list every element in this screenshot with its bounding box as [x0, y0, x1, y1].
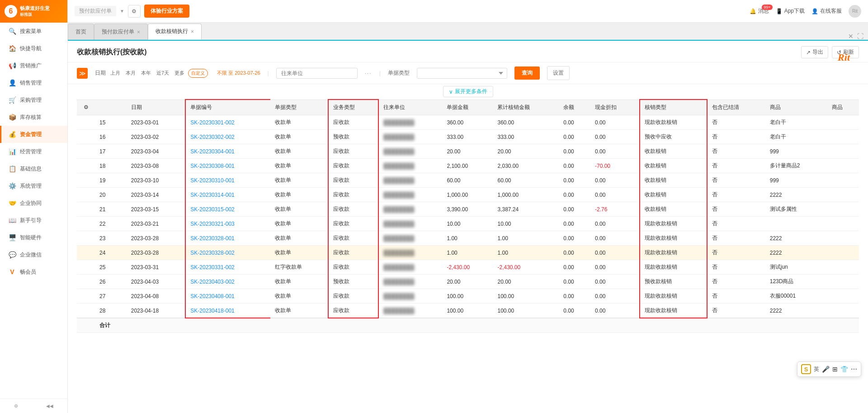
sidebar-item-inventory[interactable]: 📦 库存核算: [0, 109, 67, 126]
col-counterpart: 往来单位: [378, 100, 442, 115]
sidebar-item-quicknav[interactable]: 🏠 快捷导航: [0, 40, 67, 57]
table-cell: [77, 260, 95, 275]
doc-no-link[interactable]: SK-20230315-002: [190, 206, 234, 213]
doc-no-link[interactable]: SK-20230302-002: [190, 134, 234, 140]
table-cell: 否: [707, 217, 765, 231]
doc-no-link[interactable]: SK-20230310-001: [190, 177, 234, 184]
table-cell: 否: [707, 246, 765, 260]
doc-no-link[interactable]: SK-20230304-001: [190, 148, 234, 155]
table-cell: ████████: [378, 246, 442, 260]
doc-no-link[interactable]: SK-20230328-002: [190, 250, 234, 256]
doc-type-select[interactable]: [417, 68, 507, 79]
sidebar-item-search[interactable]: 🔍 搜索菜单: [0, 23, 67, 40]
sidebar-item-hardware[interactable]: 🖥️ 智能硬件: [0, 229, 67, 246]
doc-no-link[interactable]: SK-20230403-002: [190, 279, 234, 285]
sidebar-item-basic-info[interactable]: 📋 基础信息: [0, 160, 67, 177]
sidebar-item-operations[interactable]: 📊 经营管理: [0, 143, 67, 160]
export-button[interactable]: ↗ 导出: [801, 46, 828, 58]
table-cell[interactable]: SK-20230328-002: [185, 246, 270, 260]
last-month-btn[interactable]: 上月: [108, 69, 122, 78]
table-cell: 收款单: [270, 130, 328, 144]
doc-no-link[interactable]: SK-20230328-001: [190, 235, 234, 242]
doc-no-link[interactable]: SK-20230314-001: [190, 192, 234, 198]
gear-button[interactable]: ⚙: [128, 5, 141, 18]
table-cell[interactable]: SK-20230408-001: [185, 289, 270, 304]
app-download-button[interactable]: 📱 App下载: [776, 7, 805, 15]
doc-no-link[interactable]: SK-20230418-001: [190, 308, 234, 314]
doc-no-link[interactable]: SK-20230321-003: [190, 221, 234, 227]
wechat-icon: 💬: [8, 251, 16, 259]
online-service-button[interactable]: 👤 在线客服: [811, 7, 842, 15]
table-cell[interactable]: SK-20230314-001: [185, 188, 270, 202]
sogou-label: 英: [814, 366, 819, 373]
table-cell: 100.00: [493, 304, 559, 318]
tab-receipt-cancel-close[interactable]: ×: [191, 28, 194, 35]
sidebar-item-label: 企业微信: [20, 251, 42, 259]
sidebar-item-purchase[interactable]: 🛒 采购管理: [0, 91, 67, 109]
table-cell[interactable]: SK-20230301-002: [185, 115, 270, 130]
sidebar-item-sales[interactable]: 👤 销售管理: [0, 74, 67, 91]
table-cell[interactable]: SK-20230321-003: [185, 217, 270, 231]
mic-icon[interactable]: 🎤: [822, 366, 830, 373]
expand-more-button[interactable]: ∨ 展开更多条件: [443, 86, 493, 97]
query-button[interactable]: 查询: [514, 66, 540, 80]
table-cell[interactable]: SK-20230308-001: [185, 159, 270, 173]
shirt-icon[interactable]: 👕: [840, 366, 848, 373]
table-cell: 3,390.00: [442, 202, 493, 217]
sidebar-item-member[interactable]: V 畅会员: [0, 263, 67, 280]
last-7days-btn[interactable]: 近7天: [155, 69, 171, 78]
footer-cell: [185, 318, 270, 333]
tab-receipt-cancel[interactable]: 收款核销执行 ×: [148, 24, 202, 40]
tab-prepay[interactable]: 预付款应付单 ×: [94, 24, 148, 40]
sidebar-item-finance[interactable]: 💰 资金管理: [0, 126, 67, 143]
sidebar-item-enterprise[interactable]: 🤝 企业协同: [0, 195, 67, 212]
this-month-btn[interactable]: 本月: [124, 69, 137, 78]
settings-btn[interactable]: ⚙: [14, 404, 18, 408]
table-cell[interactable]: SK-20230403-002: [185, 275, 270, 289]
doc-no-link[interactable]: SK-20230308-001: [190, 163, 234, 169]
collapse-btn[interactable]: ◀◀: [46, 404, 53, 408]
sidebar-item-system[interactable]: ⚙️ 系统管理: [0, 177, 67, 195]
table-cell[interactable]: SK-20230331-002: [185, 260, 270, 275]
table-cell: 收款单: [270, 144, 328, 159]
sidebar-item-marketing[interactable]: 📢 营销推广: [0, 57, 67, 74]
more-date-btn[interactable]: 更多: [173, 69, 186, 78]
table-cell: 否: [707, 202, 765, 217]
table-cell: 20.00: [442, 275, 493, 289]
table-cell[interactable]: SK-20230328-001: [185, 231, 270, 246]
table-cell[interactable]: SK-20230302-002: [185, 130, 270, 144]
filter-toggle-button[interactable]: ≫: [77, 68, 88, 79]
doc-no-link[interactable]: SK-20230331-002: [190, 264, 234, 271]
doc-no-link[interactable]: SK-20230301-002: [190, 119, 234, 126]
table-cell[interactable]: SK-20230304-001: [185, 144, 270, 159]
sidebar-item-wechat[interactable]: 💬 企业微信: [0, 246, 67, 263]
table-cell: ████████: [378, 275, 442, 289]
grid-icon[interactable]: ⊞: [832, 366, 838, 373]
table-cell[interactable]: SK-20230310-001: [185, 173, 270, 188]
table-cell[interactable]: SK-20230418-001: [185, 304, 270, 318]
this-year-btn[interactable]: 本年: [139, 69, 153, 78]
tab-home[interactable]: 首页: [68, 24, 94, 40]
counterpart-input[interactable]: [276, 68, 358, 79]
col-gear[interactable]: ⚙: [77, 100, 95, 115]
filter-setting-button[interactable]: 设置: [547, 66, 570, 80]
maximize-icon[interactable]: ⛶: [857, 33, 863, 40]
tab-prepay-close[interactable]: ×: [137, 29, 140, 35]
table-cell: ████████: [378, 144, 442, 159]
more-icon[interactable]: ⋯: [851, 366, 857, 373]
table-row: 152023-03-01SK-20230301-002收款单应收款███████…: [77, 115, 859, 130]
doc-no-link[interactable]: SK-20230408-001: [190, 293, 234, 299]
table-cell: 26: [95, 275, 127, 289]
custom-date-btn[interactable]: 自定义: [188, 69, 208, 78]
close-tab-icon[interactable]: ✕: [848, 33, 854, 40]
trial-button[interactable]: 体验行业方案: [144, 5, 189, 18]
sidebar-item-label: 系统管理: [20, 182, 42, 190]
footer-cell: [378, 318, 442, 333]
table-cell: ████████: [378, 173, 442, 188]
messages-button[interactable]: 🔔 消息 99+: [750, 7, 769, 15]
settings-icon: ⚙: [14, 404, 18, 408]
table-cell: 999: [765, 144, 827, 159]
user-avatar[interactable]: Rit: [849, 5, 861, 18]
sidebar-item-guide[interactable]: 📖 新手引导: [0, 212, 67, 229]
table-cell[interactable]: SK-20230315-002: [185, 202, 270, 217]
